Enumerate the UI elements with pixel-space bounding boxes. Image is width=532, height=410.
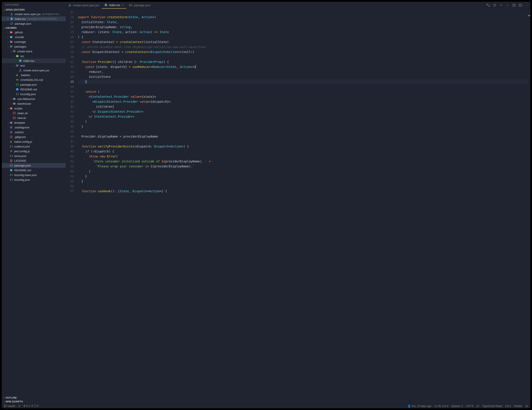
file-label: create-store.spec.jsx [15, 12, 41, 16]
code-line[interactable]: providerDisplayName: string, [78, 25, 267, 30]
code-line[interactable]: } [78, 174, 267, 179]
file-label: index.tsx [15, 17, 26, 20]
code-line[interactable]: return ( [78, 89, 267, 94]
npm-icon [129, 4, 132, 7]
tree-item[interactable]: new.sh [2, 116, 66, 120]
code-line[interactable]: reducer: (state: State, action: Action) … [78, 30, 267, 35]
code-line[interactable]: throw new Error( [78, 154, 267, 159]
code-line[interactable] [78, 84, 267, 89]
code-line[interactable]: Provider.displayName = providerDisplayNa… [78, 134, 267, 139]
tree-label: tsconfig.base.json [14, 173, 37, 177]
code-line[interactable]: function Provider({ children }: Provider… [78, 59, 267, 64]
tree-item[interactable]: ⌄scripts [2, 106, 66, 111]
folder-icon [12, 97, 16, 101]
tree-item[interactable]: clean.sh [2, 111, 66, 116]
tree-label: scripts [14, 107, 22, 110]
tree-item[interactable]: package.json [2, 82, 66, 87]
tree-label: README.md [20, 88, 37, 91]
code-line[interactable]: const DispatchContext = createContext<Di… [78, 49, 267, 55]
code-line[interactable]: // eslint-disable-next-line @typescript-… [78, 45, 267, 49]
code-line[interactable]: ) [78, 79, 267, 84]
code-line[interactable] [78, 55, 267, 59]
folder-icon [12, 102, 16, 105]
tree-item[interactable]: tsconfig.json [2, 92, 66, 97]
code-line[interactable]: <StateContext.Provider value={state}> [78, 94, 267, 99]
svg-point-3 [11, 19, 12, 19]
tree-item[interactable]: ›.vscode [2, 35, 66, 39]
json-icon [10, 154, 13, 158]
open-editors-section[interactable]: ⌄ OPEN EDITORS [2, 8, 66, 12]
tree-item[interactable]: ›template [2, 120, 66, 125]
code-line[interactable]: const StateContext = createContext(initi… [78, 39, 267, 45]
tree-item[interactable]: ›warehouse [2, 101, 66, 106]
code-line[interactable]: function verifyProviderExists(dispatch: … [78, 144, 267, 149]
tree-item[interactable]: CHANGELOG.md [2, 78, 66, 82]
tree-label: coverage [14, 40, 26, 43]
code-line[interactable] [78, 184, 267, 189]
code-line[interactable]: export function createStore<State, Actio… [78, 15, 267, 20]
tree-item[interactable]: tsconfig.json [2, 177, 66, 182]
tree-item[interactable]: package.json [2, 163, 66, 168]
editor-tab[interactable]: create-store.spec.jsx [66, 2, 102, 9]
code-line[interactable] [78, 139, 267, 144]
tree-item[interactable]: .gitignore [2, 135, 66, 139]
editor-tab[interactable]: package.json [126, 2, 153, 9]
code-line[interactable]: ) { [78, 35, 267, 39]
code-line[interactable]: {children} [78, 104, 267, 109]
tree-item[interactable]: .eslintignore [2, 125, 66, 130]
tree-item[interactable]: ›.github [2, 30, 66, 35]
open-editor-item[interactable]: package.json [2, 21, 66, 26]
tree-item[interactable]: create-store.spec.jsx [2, 68, 66, 73]
code-line[interactable]: ) [78, 119, 267, 124]
tree-item[interactable]: ⌄create-store [2, 49, 66, 54]
svg-rect-28 [10, 165, 12, 166]
tree-item[interactable]: lerna.json [2, 154, 66, 158]
tree-item[interactable]: .eslintrc [2, 130, 66, 135]
tree-item[interactable]: iREADME.md [2, 87, 66, 92]
close-icon[interactable]: × [122, 3, 124, 7]
code-line[interactable]: `Please wrap your consumer in ${provider… [78, 164, 267, 169]
tree-item[interactable]: ›coverage [2, 39, 66, 44]
code-line[interactable] [78, 10, 267, 15]
code-line[interactable]: function useHook(): [State, Dispatch<Act… [78, 189, 267, 194]
code-line[interactable]: ) [78, 169, 267, 174]
vscode-folder-icon [10, 35, 13, 39]
code-line[interactable]: } [78, 179, 267, 184]
tree-label: src [20, 55, 24, 58]
code-line[interactable]: const [state, dispatch] = useReducer<Red… [78, 64, 267, 69]
tree-label: jest.config.js [14, 150, 30, 153]
tree-item[interactable]: jest.config.js [2, 149, 66, 154]
code-line[interactable]: reducer, [78, 69, 267, 74]
code-line[interactable]: </ DispatchContext.Provider> [78, 109, 267, 114]
code-line[interactable]: if (!dispatch) { [78, 149, 267, 154]
close-icon[interactable]: × [6, 17, 10, 20]
editor-tab[interactable]: index.tsx× [102, 2, 127, 9]
code-line[interactable]: <DispatchContext.Provider value={dispatc… [78, 99, 267, 104]
code-line[interactable]: `Store consumer initalized outside of ${… [78, 159, 267, 164]
svg-text:i: i [17, 88, 18, 90]
code-content[interactable]: export function createStore<State, Actio… [78, 9, 267, 205]
tree-item[interactable]: tsconfig.base.json [2, 173, 66, 177]
tree-item[interactable]: iREADME.md [2, 168, 66, 173]
code-line[interactable]: } [78, 124, 267, 129]
tree-item[interactable]: ⌄packages [2, 44, 66, 49]
code-line[interactable]: </ StateContext.Provider> [78, 114, 267, 119]
tree-item[interactable]: B.babelrc [2, 73, 66, 78]
folder-open-icon [16, 64, 19, 67]
tree-item[interactable]: index.tsx [2, 59, 66, 63]
tree-label: LICENSE [14, 159, 26, 162]
open-editor-item[interactable]: create-store.spec.jsxpackages/crea... [2, 12, 66, 16]
tree-item[interactable]: ⌄src [2, 54, 66, 59]
open-editor-item[interactable]: ×index.tsxpackages/create-store/src [2, 16, 66, 21]
tree-item[interactable]: codecov.yml [2, 144, 66, 149]
tree-item[interactable]: ⌄test [2, 63, 66, 68]
code-line[interactable]: initialState: State, [78, 20, 267, 25]
tree-item[interactable]: ›use-debounce [2, 97, 66, 101]
workspace-section[interactable]: ⌄ CRUMBS [2, 26, 66, 30]
code-line[interactable]: initialState [78, 74, 267, 79]
tree-item[interactable]: LICENSE [2, 158, 66, 163]
chevron-icon: › [7, 31, 10, 34]
tree-item[interactable]: Bbabel.config.js [2, 139, 66, 144]
tab-label: package.json [134, 4, 150, 7]
code-line[interactable] [78, 129, 267, 134]
